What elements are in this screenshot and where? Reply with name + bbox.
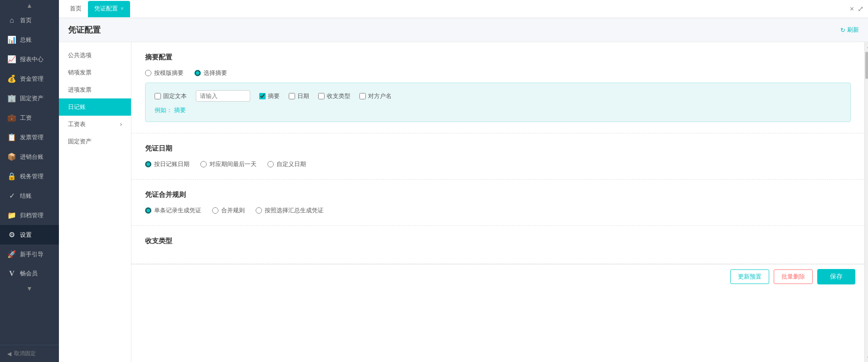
voucher-merge-section: 凭证合并规则 单条记录生成凭证 合并规则 按照选择汇总生成凭证 xyxy=(131,180,864,226)
guide-icon: 🚀 xyxy=(7,250,16,259)
checkbox-fixed-text-input[interactable] xyxy=(155,93,161,99)
radio-last-day-input[interactable] xyxy=(200,161,207,167)
sidebar-scroll-down[interactable]: ▼ xyxy=(0,283,59,294)
radio-select-summary-merge-input[interactable] xyxy=(256,207,262,214)
radio-journal-date-input[interactable] xyxy=(145,161,151,167)
summary-config-section: 摘要配置 按模版摘要 选择摘要 固定文本 xyxy=(131,42,864,133)
funds-icon: 💰 xyxy=(7,74,16,83)
nav-item-journal[interactable]: 日记账 xyxy=(59,98,131,116)
radio-journal-date[interactable]: 按日记账日期 xyxy=(145,160,189,168)
radio-template-summary[interactable]: 按模版摘要 xyxy=(145,69,184,77)
sidebar-item-purchase-sales[interactable]: 📦 进销台账 xyxy=(0,147,59,166)
example-prefix: 例如： xyxy=(155,107,172,113)
radio-custom-date[interactable]: 自定义日期 xyxy=(267,160,306,168)
radio-select-summary[interactable]: 选择摘要 xyxy=(194,69,227,77)
sidebar-item-vip[interactable]: V 畅会员 xyxy=(0,264,59,283)
radio-template-summary-input[interactable] xyxy=(145,70,151,76)
refresh-button[interactable]: ↻ 刷新 xyxy=(840,26,859,34)
radio-select-summary-merge[interactable]: 按照选择汇总生成凭证 xyxy=(256,206,324,215)
nav-item-payroll[interactable]: 工资表 › xyxy=(59,116,131,133)
sidebar-label-purchase-sales: 进销台账 xyxy=(20,153,44,161)
summary-options-box: 固定文本 摘要 日期 收支类型 xyxy=(145,83,851,122)
vip-icon: V xyxy=(7,269,16,278)
summary-mode-radio-group: 按模版摘要 选择摘要 xyxy=(145,69,851,77)
radio-select-summary-input[interactable] xyxy=(194,70,201,76)
nav-item-public-options[interactable]: 公共选项 xyxy=(59,47,131,64)
sidebar-item-ledger[interactable]: 📊 总账 xyxy=(0,30,59,49)
scroll-thumb[interactable] xyxy=(865,52,868,79)
checkbox-summary[interactable]: 摘要 xyxy=(259,92,280,100)
sidebar-label-archive: 归档管理 xyxy=(20,211,44,220)
purchase-sales-icon: 📦 xyxy=(7,152,16,161)
window-maximize-button[interactable]: ⤢ xyxy=(858,5,863,13)
tab-voucher-config[interactable]: 凭证配置 × xyxy=(88,1,130,17)
income-type-section: 收支类型 xyxy=(131,226,864,264)
sidebar-scroll-up[interactable]: ▲ xyxy=(0,0,59,11)
tab-home[interactable]: 首页 xyxy=(63,1,88,17)
checkbox-income-type[interactable]: 收支类型 xyxy=(318,92,350,100)
window-close-button[interactable]: × xyxy=(850,5,854,13)
sidebar-label-home: 首页 xyxy=(20,16,32,24)
radio-merge-rules-label: 合并规则 xyxy=(221,206,245,215)
checkbox-counterparty[interactable]: 对方户名 xyxy=(359,92,392,100)
checkbox-date[interactable]: 日期 xyxy=(289,92,309,100)
radio-select-summary-label: 选择摘要 xyxy=(204,69,227,77)
sidebar-footer-label: 取消固定 xyxy=(14,350,36,357)
radio-select-summary-merge-label: 按照选择汇总生成凭证 xyxy=(265,206,324,215)
sidebar-label-tax: 税务管理 xyxy=(20,172,44,181)
checkbox-counterparty-input[interactable] xyxy=(359,93,366,99)
fixed-text-input[interactable] xyxy=(196,90,250,102)
checkbox-summary-input[interactable] xyxy=(259,93,266,99)
checkbox-income-type-input[interactable] xyxy=(318,93,325,99)
pin-icon: ◀ xyxy=(7,351,11,357)
sidebar-item-home[interactable]: ⌂ 首页 xyxy=(0,11,59,30)
bottom-action-bar: 更新预置 批量删除 保存 xyxy=(131,264,864,289)
radio-single-record-input[interactable] xyxy=(145,207,151,214)
page-header: 凭证配置 ↻ 刷新 xyxy=(59,18,868,42)
reports-icon: 📈 xyxy=(7,55,16,64)
nav-item-fixed-assets[interactable]: 固定资产 xyxy=(59,133,131,150)
sidebar-item-reports[interactable]: 📈 报表中心 xyxy=(0,49,59,69)
radio-single-record[interactable]: 单条记录生成凭证 xyxy=(145,206,201,215)
sidebar-item-archive[interactable]: 📁 归档管理 xyxy=(0,205,59,225)
radio-custom-date-input[interactable] xyxy=(267,161,274,167)
example-text: 例如： 摘要 xyxy=(155,106,841,114)
batch-delete-button[interactable]: 批量删除 xyxy=(774,269,813,284)
summary-checkboxes: 固定文本 摘要 日期 收支类型 xyxy=(155,90,841,102)
sidebar-item-tax[interactable]: 🔒 税务管理 xyxy=(0,166,59,186)
radio-merge-rules-input[interactable] xyxy=(212,207,218,214)
sidebar-item-funds[interactable]: 💰 资金管理 xyxy=(0,69,59,88)
nav-item-purchase-invoice[interactable]: 进项发票 xyxy=(59,81,131,98)
refresh-icon: ↻ xyxy=(840,27,845,34)
radio-last-day[interactable]: 对应期间最后一天 xyxy=(200,160,257,168)
checkbox-summary-label: 摘要 xyxy=(268,92,280,100)
sidebar-item-salary[interactable]: 💼 工资 xyxy=(0,108,59,127)
fixed-assets-icon: 🏢 xyxy=(7,94,16,103)
main-area: 首页 凭证配置 × × ⤢ 凭证配置 ↻ 刷新 公共选项 销项发票 进项 xyxy=(59,0,868,362)
sidebar-item-invoice[interactable]: 📋 发票管理 xyxy=(0,127,59,147)
nav-item-sales-invoice[interactable]: 销项发票 xyxy=(59,64,131,81)
radio-template-summary-label: 按模版摘要 xyxy=(154,69,184,77)
sidebar-item-checkout[interactable]: ✓ 结账 xyxy=(0,186,59,205)
update-preview-button[interactable]: 更新预置 xyxy=(730,269,769,284)
content-layout: 公共选项 销项发票 进项发票 日记账 工资表 › 固定资产 摘要配置 xyxy=(59,42,868,362)
sidebar-item-settings[interactable]: ⚙ 设置 xyxy=(0,225,59,245)
right-content: 摘要配置 按模版摘要 选择摘要 固定文本 xyxy=(131,42,864,362)
voucher-merge-radio-group: 单条记录生成凭证 合并规则 按照选择汇总生成凭证 xyxy=(145,206,851,215)
home-icon: ⌂ xyxy=(7,16,16,24)
save-button[interactable]: 保存 xyxy=(817,269,855,284)
checkbox-fixed-text[interactable]: 固定文本 xyxy=(155,92,187,100)
sidebar-label-reports: 报表中心 xyxy=(20,55,44,64)
checkout-icon: ✓ xyxy=(7,191,16,200)
tab-close-icon[interactable]: × xyxy=(121,5,124,12)
sidebar-unpin-button[interactable]: ◀ 取消固定 xyxy=(0,345,59,362)
radio-merge-rules[interactable]: 合并规则 xyxy=(212,206,245,215)
scroll-down-arrow[interactable]: ▼ xyxy=(865,353,868,362)
checkbox-date-label: 日期 xyxy=(297,92,309,100)
sidebar-item-guide[interactable]: 🚀 新手引导 xyxy=(0,245,59,264)
sidebar: ▲ ⌂ 首页 📊 总账 📈 报表中心 💰 资金管理 🏢 固定资产 💼 工资 📋 … xyxy=(0,0,59,362)
scroll-up-arrow[interactable]: ▲ xyxy=(865,42,868,51)
sidebar-item-fixed-assets[interactable]: 🏢 固定资产 xyxy=(0,88,59,108)
checkbox-date-input[interactable] xyxy=(289,93,295,99)
radio-last-day-label: 对应期间最后一天 xyxy=(209,160,257,168)
